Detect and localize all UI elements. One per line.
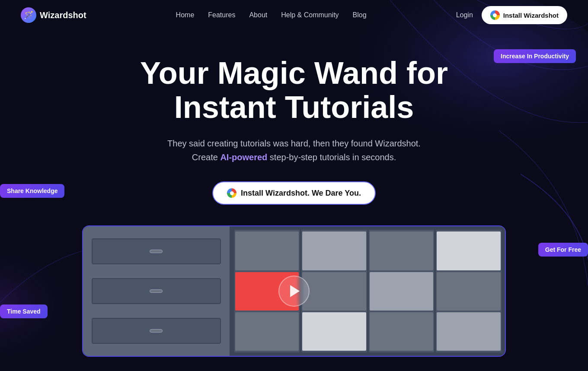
play-icon <box>290 285 300 297</box>
nav-home[interactable]: Home <box>176 11 195 19</box>
cabinet-handle-3 <box>150 329 163 333</box>
hero-section: Your Magic Wand for Instant Tutorials Th… <box>0 30 588 371</box>
nav-features[interactable]: Features <box>208 11 235 19</box>
hero-title: Your Magic Wand for Instant Tutorials <box>99 56 489 124</box>
nav-help-community[interactable]: Help & Community <box>281 11 339 19</box>
chrome-icon-nav <box>490 10 500 20</box>
play-button[interactable] <box>278 276 310 307</box>
navbar: 🪄 Wizardshot Home Features About Help & … <box>0 0 588 30</box>
logo-text: Wizardshot <box>40 10 86 20</box>
nav-actions: Login Install Wizardshot <box>456 6 567 24</box>
hero-subtitle: They said creating tutorials was hard, t… <box>143 136 445 164</box>
cabinet-right <box>231 226 505 356</box>
video-placeholder <box>83 226 505 356</box>
cabinet-drawer-2 <box>92 278 221 304</box>
nav-blog[interactable]: Blog <box>353 11 367 19</box>
video-container <box>82 225 506 357</box>
cabinet-handle-2 <box>150 289 163 293</box>
cabinet-handle-1 <box>150 250 163 253</box>
install-button-nav[interactable]: Install Wizardshot <box>482 6 567 24</box>
nav-about[interactable]: About <box>249 11 267 19</box>
login-link[interactable]: Login <box>456 11 473 19</box>
logo-link[interactable]: 🪄 Wizardshot <box>21 7 86 23</box>
logo-icon: 🪄 <box>21 7 36 23</box>
cabinet-drawer-1 <box>92 238 221 264</box>
install-button-hero[interactable]: Install Wizardshot. We Dare You. <box>212 181 376 205</box>
nav-links: Home Features About Help & Community Blo… <box>176 11 367 19</box>
cabinet-drawer-3 <box>92 318 221 344</box>
cabinet-left <box>83 226 231 356</box>
chrome-icon-hero <box>227 188 236 198</box>
